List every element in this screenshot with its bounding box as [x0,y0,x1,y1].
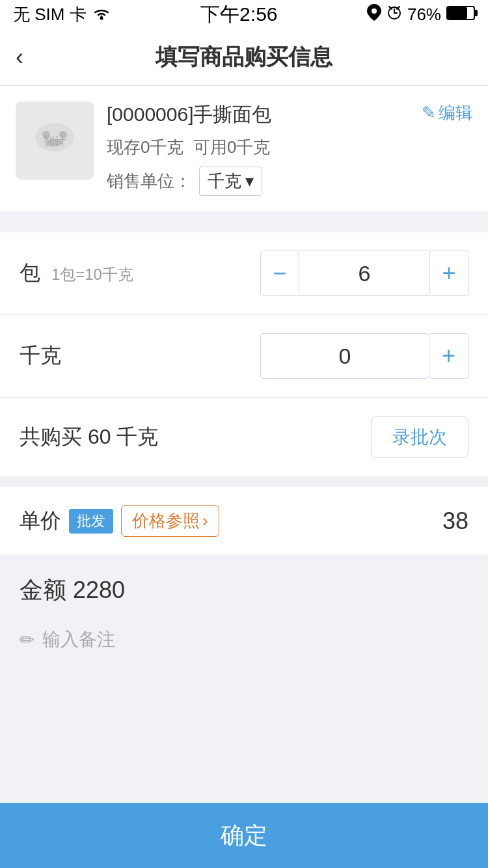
price-section: 单价 批发 价格参照 › 38 [0,487,488,555]
carrier-label: 无 SIM 卡 [13,3,87,26]
pencil-icon: ✏ [20,629,34,651]
quantity-section: 包 1包=10千克 − + 千克 + 共购买 60 千克 录批次 [0,232,488,476]
total-label: 共购买 60 千克 [20,423,158,452]
product-section: 智计 [0000006]手撕面包 现存0千克 可用0千克 销售单位： 千克 ▾ … [0,86,488,211]
kg-increment-button[interactable]: + [429,333,468,379]
edit-icon: ✎ [422,103,436,123]
total-section: 共购买 60 千克 录批次 [0,398,488,476]
svg-point-0 [100,16,103,20]
package-decrement-button[interactable]: − [260,251,299,296]
product-info: [0000006]手撕面包 现存0千克 可用0千克 销售单位： 千克 ▾ [107,102,472,196]
product-unit-row: 销售单位： 千克 ▾ [107,167,472,196]
kg-row: 千克 + [0,315,488,398]
amount-label: 金额 2280 [20,575,468,606]
batch-button[interactable]: 录批次 [371,416,468,458]
svg-text:智计: 智计 [43,135,66,148]
confirm-button[interactable]: 确定 [0,803,488,868]
status-bar: 无 SIM 卡 下午2:56 76 [0,0,488,29]
package-quantity-input[interactable] [299,251,429,296]
note-row[interactable]: ✏ 输入备注 [20,617,468,662]
divider-1 [0,222,488,232]
package-increment-button[interactable]: + [429,251,468,296]
price-label: 单价 [20,507,61,536]
product-image: 智计 [16,102,94,180]
package-quantity-control: − + [260,251,468,296]
price-value: 38 [442,508,468,535]
battery-percent: 76% [407,5,441,25]
time-label: 下午2:56 [200,1,277,28]
amount-section: 金额 2280 ✏ 输入备注 [0,556,488,662]
price-type-badge: 批发 [69,509,113,534]
status-left: 无 SIM 卡 [13,3,111,26]
status-right: 76% [367,4,475,25]
chevron-right-icon: › [202,511,208,531]
package-row: 包 1包=10千克 − + [0,232,488,315]
price-ref-button[interactable]: 价格参照 › [121,505,219,537]
location-icon [367,4,381,25]
alarm-icon [386,4,402,25]
product-logo: 智计 [32,118,77,164]
edit-button[interactable]: ✎ 编辑 [422,102,472,124]
unit-select[interactable]: 千克 ▾ [199,167,262,196]
kg-quantity-control: + [260,333,468,379]
kg-quantity-input[interactable] [260,333,429,379]
back-button[interactable]: ‹ [16,44,23,71]
price-ref-label: 价格参照 [132,509,200,532]
note-placeholder: 输入备注 [42,627,115,652]
divider-2 [0,476,488,487]
price-label-group: 单价 批发 价格参照 › [20,505,219,537]
package-label: 包 1包=10千克 [20,259,260,288]
unit-label: 销售单位： [107,170,191,193]
chevron-down-icon: ▾ [245,171,254,191]
page-title: 填写商品购买信息 [156,42,332,72]
nav-bar: ‹ 填写商品购买信息 [0,29,488,86]
product-stock: 现存0千克 可用0千克 [107,136,472,159]
product-name: [0000006]手撕面包 [107,102,472,128]
wifi-icon [92,5,111,25]
battery-icon [446,5,475,25]
kg-label: 千克 [20,342,260,370]
svg-point-1 [372,8,377,14]
